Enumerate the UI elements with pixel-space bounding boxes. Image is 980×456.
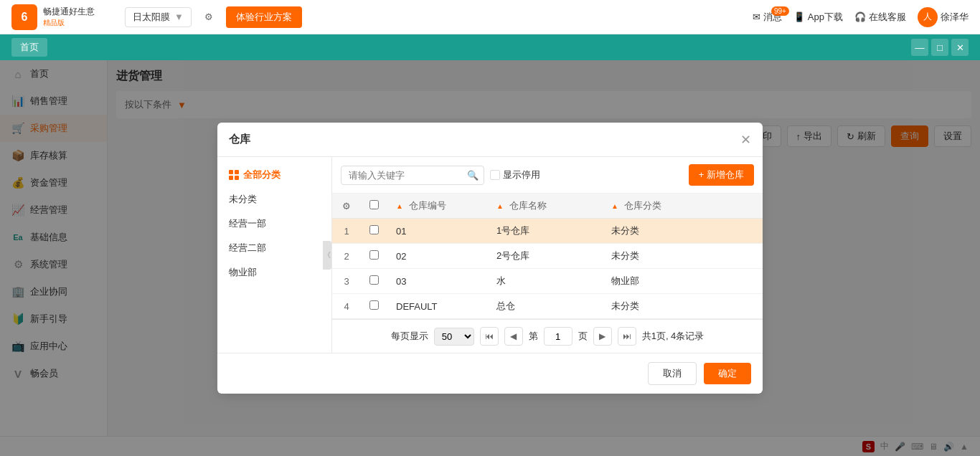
- category-panel: 全部分类 未分类 经营一部 经营二部 物业部 《: [217, 157, 332, 353]
- headset-icon: 🎧: [854, 11, 866, 22]
- collapse-panel-button[interactable]: 《: [323, 241, 331, 270]
- nav-controls: — □ ✕: [911, 39, 969, 56]
- table-row[interactable]: 2 02 2号仓库 未分类: [332, 244, 763, 269]
- top-header: 6 畅捷通好生意 精品版 日太阳膜 ▼ ⚙ 体验行业方案 ✉ 消息 99+ 📱 …: [0, 0, 980, 34]
- messages-button[interactable]: ✉ 消息 99+: [753, 11, 782, 24]
- page-size-select[interactable]: 50 100: [434, 328, 474, 346]
- page-input[interactable]: [544, 327, 573, 346]
- avatar: 人: [918, 7, 938, 27]
- grid-icon: [229, 170, 239, 180]
- category-item-dept1[interactable]: 经营一部: [217, 212, 331, 236]
- first-page-button[interactable]: ⏮: [480, 327, 499, 346]
- chevron-down-icon: ▼: [174, 11, 184, 22]
- app-logo: 6: [11, 4, 37, 30]
- warehouse-modal: 仓库 ✕ 全部分类 未分类 经营一部 经营二部 物业部 《: [217, 123, 763, 394]
- warehouse-table: ⚙ ▲ 仓库编号 ▲: [332, 194, 763, 319]
- category-all[interactable]: 全部分类: [217, 163, 331, 187]
- modal-body: 全部分类 未分类 经营一部 经营二部 物业部 《 🔍: [217, 157, 763, 353]
- mobile-icon: 📱: [793, 11, 805, 22]
- sort-icon: ▲: [396, 202, 403, 210]
- app-download-button[interactable]: 📱 App下载: [793, 11, 843, 24]
- sort-name-icon: ▲: [496, 202, 504, 210]
- cancel-button[interactable]: 取消: [648, 362, 697, 385]
- modal-close-button[interactable]: ✕: [740, 133, 751, 146]
- user-profile[interactable]: 人 徐泽华: [918, 7, 969, 27]
- logo-area: 6 畅捷通好生意 精品版: [11, 4, 119, 30]
- category-item-unclassified[interactable]: 未分类: [217, 187, 331, 212]
- nav-item-home[interactable]: 首页: [11, 38, 47, 57]
- trial-button[interactable]: 体验行业方案: [226, 6, 302, 28]
- category-item-property[interactable]: 物业部: [217, 260, 331, 285]
- table-header-row: ⚙ ▲ 仓库编号 ▲: [332, 194, 763, 219]
- modal-title: 仓库: [229, 133, 250, 146]
- add-warehouse-button[interactable]: + 新增仓库: [689, 164, 754, 186]
- warehouse-toolbar: 🔍 显示停用 + 新增仓库: [332, 157, 763, 194]
- last-page-button[interactable]: ⏭: [618, 327, 636, 346]
- prev-page-button[interactable]: ◀: [504, 327, 523, 346]
- settings-col-icon: ⚙: [342, 201, 351, 212]
- row-checkbox-1[interactable]: [369, 225, 379, 234]
- maximize-button[interactable]: □: [931, 39, 948, 56]
- row-checkbox-2[interactable]: [369, 250, 379, 260]
- online-service-button[interactable]: 🎧 在线客服: [854, 11, 906, 24]
- header-right: ✉ 消息 99+ 📱 App下载 🎧 在线客服 人 徐泽华: [753, 7, 969, 27]
- brand-text: 畅捷通好生意 精品版: [43, 6, 95, 27]
- modal-overlay: 仓库 ✕ 全部分类 未分类 经营一部 经营二部 物业部 《: [0, 60, 980, 456]
- checkbox-icon: [490, 170, 500, 180]
- store-selector[interactable]: 日太阳膜 ▼: [125, 7, 192, 27]
- warehouse-content: 🔍 显示停用 + 新增仓库 ⚙: [332, 157, 763, 353]
- modal-header: 仓库 ✕: [217, 123, 763, 157]
- table-row[interactable]: 3 03 水 物业部: [332, 269, 763, 294]
- pagination-bar: 每页显示 50 100 ⏮ ◀ 第 页 ▶ ⏭ 共1页, 4条记录: [332, 319, 763, 353]
- message-icon: ✉: [753, 11, 760, 22]
- minimize-button[interactable]: —: [911, 39, 928, 56]
- show-disabled-checkbox[interactable]: 显示停用: [490, 168, 540, 181]
- search-icon[interactable]: 🔍: [467, 170, 479, 181]
- row-checkbox-3[interactable]: [369, 275, 379, 285]
- sort-cat-icon: ▲: [611, 202, 618, 210]
- settings-button[interactable]: ⚙: [197, 6, 220, 29]
- second-nav: 首页 — □ ✕: [0, 34, 980, 60]
- select-all-checkbox[interactable]: [369, 200, 379, 209]
- modal-footer: 取消 确定: [217, 353, 763, 394]
- messages-badge: 99+: [771, 6, 789, 16]
- close-window-button[interactable]: ✕: [951, 39, 969, 56]
- confirm-button[interactable]: 确定: [704, 363, 751, 384]
- table-row[interactable]: 1 01 1号仓库 未分类: [332, 219, 763, 244]
- row-checkbox-4[interactable]: [369, 300, 379, 310]
- category-item-dept2[interactable]: 经营二部: [217, 236, 331, 260]
- search-input[interactable]: [341, 166, 484, 185]
- table-row[interactable]: 4 DEFAULT 总仓 未分类: [332, 294, 763, 319]
- search-wrap: 🔍: [341, 166, 484, 185]
- next-page-button[interactable]: ▶: [593, 327, 612, 346]
